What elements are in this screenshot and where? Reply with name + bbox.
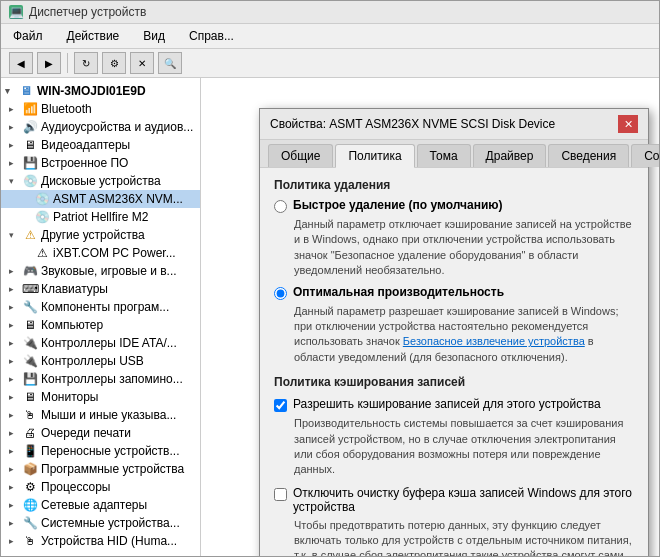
checkbox-enable-cache[interactable] [274, 399, 287, 412]
tree-item-software[interactable]: ▸ 📦 Программные устройства [1, 460, 200, 478]
tree-item-keyboard[interactable]: ▸ ⌨ Клавиатуры [1, 280, 200, 298]
keyboard-label: Клавиатуры [41, 282, 108, 296]
expand-icon: ▸ [9, 356, 19, 366]
expand-icon: ▸ [9, 320, 19, 330]
tree-item-video[interactable]: ▸ 🖥 Видеоадаптеры [1, 136, 200, 154]
tree-item-other-group[interactable]: ▾ ⚠ Другие устройства [1, 226, 200, 244]
expand-icon: ▸ [9, 302, 19, 312]
checkbox-enable-label: Разрешить кэширование записей для этого … [293, 397, 601, 411]
component-icon: 🔧 [23, 300, 37, 314]
computer-label: Компьютер [41, 318, 103, 332]
system-label: Системные устройства... [41, 516, 180, 530]
tree-item-asmt[interactable]: 💿 ASMT ASM236X NVM... [1, 190, 200, 208]
tree-item-monitors[interactable]: ▸ 🖥 Мониторы [1, 388, 200, 406]
expand-icon: ▸ [9, 536, 19, 546]
menu-file[interactable]: Файл [9, 27, 47, 45]
main-window: 💻 Диспетчер устройств Файл Действие Вид … [0, 0, 660, 557]
back-button[interactable]: ◀ [9, 52, 33, 74]
tab-events[interactable]: События [631, 144, 659, 167]
firmware-label: Встроенное ПО [41, 156, 128, 170]
expand-icon: ▾ [9, 176, 19, 186]
dialog-title-bar: Свойства: ASMT ASM236X NVME SCSI Disk De… [260, 109, 648, 140]
expand-icon: ▸ [9, 338, 19, 348]
tab-general[interactable]: Общие [268, 144, 333, 167]
mouse-label: Мыши и иные указыва... [41, 408, 176, 422]
disk-child2-icon: 💿 [35, 210, 49, 224]
tree-item-ide[interactable]: ▸ 🔌 Контроллеры IDE ATA/... [1, 334, 200, 352]
usb-label: Контроллеры USB [41, 354, 144, 368]
disk-group-label: Дисковые устройства [41, 174, 161, 188]
sound-game-icon: 🎮 [23, 264, 37, 278]
checkbox-disable-flush[interactable] [274, 488, 287, 501]
properties-button[interactable]: ⚙ [102, 52, 126, 74]
checkbox-disable-flush-desc: Чтобы предотвратить потерю данных, эту ф… [294, 518, 634, 556]
radio-fast-remove[interactable] [274, 200, 287, 213]
tree-item-hid[interactable]: ▸ 🖱 Устройства HID (Huma... [1, 532, 200, 550]
disk-icon: 💿 [23, 174, 37, 188]
tree-item-system[interactable]: ▸ 🔧 Системные устройства... [1, 514, 200, 532]
cache-policy-title: Политика кэширования записей [274, 375, 634, 389]
remove-policy-group: Быстрое удаление (по умолчанию) Данный п… [274, 198, 634, 365]
expand-icon: ▾ [9, 230, 19, 240]
tree-item-bluetooth[interactable]: ▸ 📶 Bluetooth [1, 100, 200, 118]
tree-item-network[interactable]: ▸ 🌐 Сетевые адаптеры [1, 496, 200, 514]
dialog-body: Политика удаления Быстрое удаление (по у… [260, 168, 648, 556]
ide-icon: 🔌 [23, 336, 37, 350]
expand-icon: ▸ [9, 410, 19, 420]
checkbox-option-disable-flush: Отключить очистку буфера кэша записей Wi… [274, 486, 634, 514]
tree-item-firmware[interactable]: ▸ 💾 Встроенное ПО [1, 154, 200, 172]
dialog-close-button[interactable]: ✕ [618, 115, 638, 133]
tree-item-portable[interactable]: ▸ 📱 Переносные устройств... [1, 442, 200, 460]
display-icon: 🖥 [23, 138, 37, 152]
software-label: Программные устройства [41, 462, 184, 476]
tree-item-disk-group[interactable]: ▾ 💿 Дисковые устройства [1, 172, 200, 190]
usb-icon: 🔌 [23, 354, 37, 368]
expand-icon: ▸ [9, 428, 19, 438]
expand-icon: ▸ [9, 482, 19, 492]
title-bar: 💻 Диспетчер устройств [1, 1, 659, 24]
expand-icon: ▸ [9, 500, 19, 510]
refresh-button[interactable]: ↻ [74, 52, 98, 74]
menu-view[interactable]: Вид [139, 27, 169, 45]
bluetooth-icon: 📶 [23, 102, 37, 116]
tree-item-computer[interactable]: ▸ 🖥 Компьютер [1, 316, 200, 334]
tab-driver[interactable]: Драйвер [473, 144, 547, 167]
hid-label: Устройства HID (Huma... [41, 534, 177, 548]
tab-volumes[interactable]: Тома [417, 144, 471, 167]
tree-item-storage[interactable]: ▸ 💾 Контроллеры запомино... [1, 370, 200, 388]
network-label: Сетевые адаптеры [41, 498, 147, 512]
uninstall-button[interactable]: ✕ [130, 52, 154, 74]
menu-action[interactable]: Действие [63, 27, 124, 45]
processor-icon: ⚙ [23, 480, 37, 494]
storage-label: Контроллеры запомино... [41, 372, 183, 386]
tab-policy[interactable]: Политика [335, 144, 414, 168]
forward-button[interactable]: ▶ [37, 52, 61, 74]
radio-optimal-remove[interactable] [274, 287, 287, 300]
tree-item-audio[interactable]: ▸ 🔊 Аудиоусройства и аудиов... [1, 118, 200, 136]
toolbar: ◀ ▶ ↻ ⚙ ✕ 🔍 [1, 49, 659, 78]
tab-details[interactable]: Сведения [548, 144, 629, 167]
software-icon: 📦 [23, 462, 37, 476]
tree-item-printer[interactable]: ▸ 🖨 Очереди печати [1, 424, 200, 442]
other-group-label: Другие устройства [41, 228, 145, 242]
tree-item-usb[interactable]: ▸ 🔌 Контроллеры USB [1, 352, 200, 370]
tree-item-mouse[interactable]: ▸ 🖱 Мыши и иные указыва... [1, 406, 200, 424]
scan-button[interactable]: 🔍 [158, 52, 182, 74]
tree-item-ixbt[interactable]: ⚠ iXBT.COM PC Power... [1, 244, 200, 262]
tree-item-patriot[interactable]: 💿 Patriot Hellfire M2 [1, 208, 200, 226]
tree-item-components[interactable]: ▸ 🔧 Компоненты програм... [1, 298, 200, 316]
expand-icon: ▾ [5, 86, 15, 96]
expand-icon: ▸ [9, 374, 19, 384]
system-icon: 🔧 [23, 516, 37, 530]
root-label: WIN-3MOJDI01E9D [37, 84, 146, 98]
computer-icon: 🖥 [19, 84, 33, 98]
menu-help[interactable]: Справ... [185, 27, 238, 45]
safe-remove-link[interactable]: Безопасное извлечение устройства [403, 335, 585, 347]
expand-icon: ▸ [9, 284, 19, 294]
tree-root[interactable]: ▾ 🖥 WIN-3MOJDI01E9D [1, 82, 200, 100]
device-tree[interactable]: ▾ 🖥 WIN-3MOJDI01E9D ▸ 📶 Bluetooth ▸ 🔊 Ау… [1, 78, 201, 556]
tree-item-processor[interactable]: ▸ ⚙ Процессоры [1, 478, 200, 496]
other-icon: ⚠ [23, 228, 37, 242]
tree-item-sound-game[interactable]: ▸ 🎮 Звуковые, игровые и в... [1, 262, 200, 280]
window-title: Диспетчер устройств [29, 5, 146, 19]
